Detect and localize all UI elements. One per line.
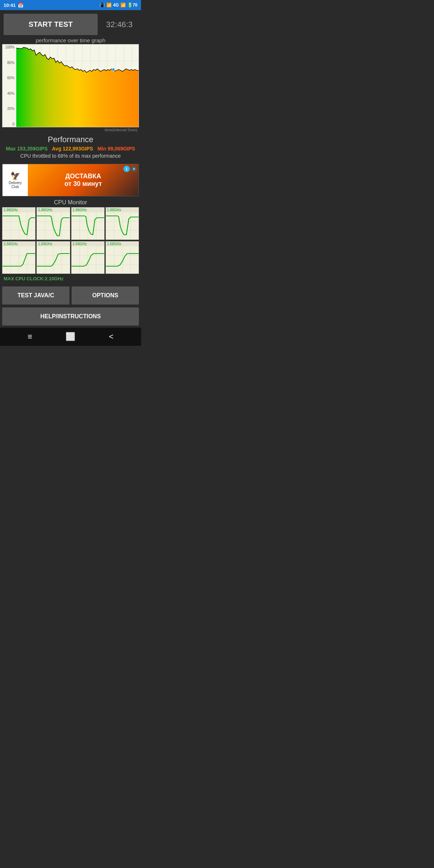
timer-display: 32:46:3 bbox=[101, 20, 137, 29]
options-button[interactable]: OPTIONS bbox=[72, 286, 139, 305]
cpu-core-7-graph bbox=[72, 246, 104, 273]
ad-text: ДОСТАВКА от 30 минут bbox=[64, 173, 102, 188]
bottom-buttons: TEST JAVA/C OPTIONS bbox=[0, 285, 141, 306]
cpu-core-7-freq: 1.58GHz bbox=[72, 242, 104, 246]
nav-bar: ≡ ⬜ < bbox=[0, 328, 141, 346]
cpu-core-3-freq: 1.98GHz bbox=[72, 208, 104, 212]
throttle-text: CPU throttled to 68% of its max performa… bbox=[4, 153, 137, 159]
cpu-core-1-graph bbox=[3, 212, 35, 239]
graph-title: performance over time graph bbox=[2, 37, 139, 43]
cpu-top-row: 1.98GHz 1.98GHz bbox=[2, 207, 139, 240]
status-left: 10:41 📅 bbox=[4, 3, 24, 8]
home-nav-icon[interactable]: ⬜ bbox=[65, 332, 75, 341]
ad-banner[interactable]: 🦅 Delivery Club ДОСТАВКА от 30 минут ℹ ✕ bbox=[2, 164, 139, 196]
cpu-core-5-graph bbox=[3, 246, 35, 273]
max-cpu-clock-label: MAX CPU CLOCK:2.10GHz bbox=[2, 275, 139, 282]
status-bar: 10:41 📅 📳 📶 4G 📶 🔋70 bbox=[0, 0, 141, 10]
cpu-core-4: 1.98GHz bbox=[106, 207, 139, 240]
y-label-80: 80% bbox=[3, 61, 16, 65]
performance-title: Performance bbox=[4, 135, 137, 144]
cpu-core-8: 1.58GHz bbox=[106, 241, 139, 274]
ad-logo-line2: Club bbox=[12, 185, 19, 189]
ad-close-button[interactable]: ✕ bbox=[131, 166, 137, 172]
cpu-core-8-freq: 1.58GHz bbox=[106, 242, 139, 246]
cpu-core-4-graph bbox=[106, 212, 139, 239]
y-label-20: 20% bbox=[3, 107, 16, 111]
ad-info-button[interactable]: ℹ bbox=[123, 166, 130, 172]
cpu-core-2-graph bbox=[37, 212, 69, 239]
avg-stat: Avg 122,993GIPS bbox=[52, 146, 93, 152]
top-row: START TEST 32:46:3 bbox=[0, 10, 141, 37]
ad-controls: ℹ ✕ bbox=[123, 166, 137, 172]
svg-marker-18 bbox=[16, 47, 139, 127]
y-label-60: 60% bbox=[3, 76, 16, 80]
y-axis-labels: 100% 80% 60% 40% 20% 0 bbox=[3, 44, 16, 127]
menu-nav-icon[interactable]: ≡ bbox=[27, 332, 32, 341]
vibrate-icon: 📳 bbox=[99, 3, 105, 8]
cpu-core-3: 1.98GHz bbox=[71, 207, 105, 240]
signal-icon: 📶 bbox=[120, 3, 126, 8]
ad-logo-line1: Delivery bbox=[9, 181, 22, 185]
main-content: START TEST 32:46:3 performance over time… bbox=[0, 10, 141, 328]
cpu-core-2: 1.98GHz bbox=[37, 207, 70, 240]
calendar-icon: 📅 bbox=[18, 3, 24, 8]
performance-stats: Max 153,359GIPS Avg 122,993GIPS Min 99,0… bbox=[4, 146, 137, 152]
network-4g-icon: 4G bbox=[113, 3, 119, 8]
cpu-bottom-row: 1.58GHz 1.58GHz bbox=[2, 241, 139, 274]
ad-logo: 🦅 Delivery Club bbox=[3, 164, 28, 196]
performance-graph[interactable]: 100% 80% 60% 40% 20% 0 bbox=[2, 44, 139, 127]
cpu-core-4-freq: 1.98GHz bbox=[106, 208, 139, 212]
start-test-button[interactable]: START TEST bbox=[4, 14, 98, 35]
cpu-core-3-graph bbox=[72, 212, 104, 239]
cpu-core-7: 1.58GHz bbox=[71, 241, 105, 274]
x-axis-label: time(interval 5min) bbox=[2, 128, 139, 132]
cpu-monitor-title: CPU Monitor bbox=[2, 199, 139, 206]
svg-point-19 bbox=[112, 68, 115, 71]
ad-content: ДОСТАВКА от 30 минут bbox=[28, 164, 139, 196]
wifi-icon: 📶 bbox=[106, 3, 112, 8]
cpu-monitor-section: CPU Monitor 1.98GHz 1.98GHz bbox=[0, 198, 141, 285]
cpu-core-5: 1.58GHz bbox=[2, 241, 35, 274]
battery-icon: 🔋70 bbox=[127, 3, 137, 8]
help-btn-row: HELP/INSTRUCTIONS bbox=[0, 307, 141, 328]
back-nav-icon[interactable]: < bbox=[109, 332, 114, 341]
cpu-core-2-freq: 1.98GHz bbox=[37, 208, 69, 212]
performance-chart-svg bbox=[16, 44, 139, 127]
max-stat: Max 153,359GIPS bbox=[6, 146, 47, 152]
cpu-core-5-freq: 1.58GHz bbox=[3, 242, 35, 246]
y-label-40: 40% bbox=[3, 92, 16, 95]
cpu-core-6-graph bbox=[37, 246, 69, 273]
help-instructions-button[interactable]: HELP/INSTRUCTIONS bbox=[2, 307, 139, 326]
min-stat: Min 99,069GIPS bbox=[97, 146, 135, 152]
test-java-c-button[interactable]: TEST JAVA/C bbox=[2, 286, 69, 305]
y-label-100: 100% bbox=[3, 45, 16, 49]
cpu-core-8-graph bbox=[106, 246, 139, 273]
y-label-0: 0 bbox=[3, 122, 16, 126]
cpu-core-1: 1.98GHz bbox=[2, 207, 35, 240]
status-right: 📳 📶 4G 📶 🔋70 bbox=[99, 3, 137, 8]
performance-section: Performance Max 153,359GIPS Avg 122,993G… bbox=[0, 132, 141, 162]
time-display: 10:41 bbox=[4, 3, 16, 8]
graph-section: performance over time graph 100% 80% 60%… bbox=[0, 37, 141, 132]
cpu-core-1-freq: 1.98GHz bbox=[3, 208, 35, 212]
cpu-core-6-freq: 1.58GHz bbox=[37, 242, 69, 246]
cpu-core-6: 1.58GHz bbox=[37, 241, 70, 274]
